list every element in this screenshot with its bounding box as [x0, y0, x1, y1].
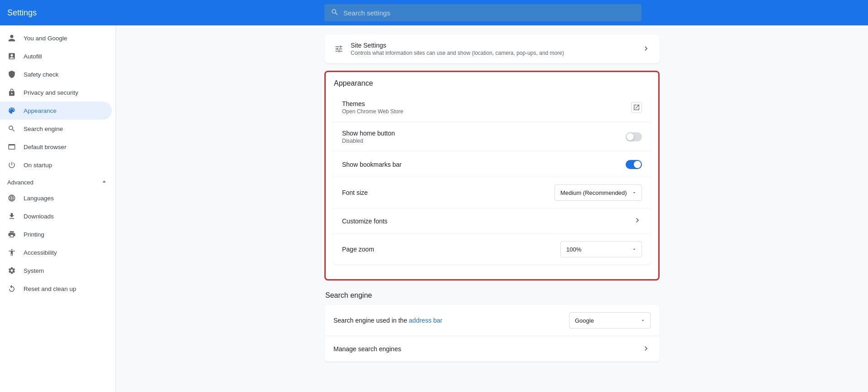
search-engine-used-row: Search engine used in the address bar Go…	[324, 305, 660, 336]
search-input[interactable]	[343, 9, 635, 17]
sidebar-label-accessibility: Accessibility	[24, 249, 105, 256]
download-icon	[7, 212, 16, 221]
toggle-thumb	[627, 133, 634, 140]
search-engine-prefix: Search engine used in the	[333, 317, 407, 324]
show-bookmarks-bar-text: Show bookmarks bar	[342, 161, 626, 168]
show-home-button-text: Show home button Disabled	[342, 130, 626, 144]
sidebar-label-downloads: Downloads	[24, 213, 105, 220]
appearance-section-title: Appearance	[333, 79, 651, 87]
page-zoom-text: Page zoom	[342, 246, 560, 253]
search-engine-section-title: Search engine	[324, 291, 660, 300]
page-zoom-title: Page zoom	[342, 246, 560, 253]
show-home-button-title: Show home button	[342, 130, 626, 137]
sidebar-item-system[interactable]: System	[0, 261, 112, 280]
font-size-text: Font size	[342, 189, 555, 196]
show-bookmarks-bar-control	[626, 160, 642, 169]
sidebar-label-system: System	[24, 267, 105, 274]
font-size-dropdown[interactable]: Very small Small Medium (Recommended) La…	[555, 184, 642, 201]
toggle-thumb-2	[634, 161, 641, 168]
topbar-title: Settings	[7, 8, 98, 18]
sidebar-item-downloads[interactable]: Downloads	[0, 207, 112, 225]
sidebar: You and Google Autofill Safety check Pri…	[0, 25, 116, 392]
autofill-icon	[7, 52, 16, 61]
search-engine-used-title: Search engine used in the address bar	[333, 317, 569, 324]
system-icon	[7, 266, 16, 275]
themes-text: Themes Open Chrome Web Store	[342, 100, 631, 115]
page-zoom-row: Page zoom 75% 80% 90% 100% 110% 125% 150…	[333, 234, 651, 265]
sidebar-item-on-startup[interactable]: On startup	[0, 156, 112, 174]
show-bookmarks-bar-toggle[interactable]	[626, 160, 642, 169]
site-settings-row[interactable]: Site Settings Controls what information …	[324, 34, 660, 63]
advanced-label: Advanced	[7, 179, 34, 186]
sidebar-item-search-engine[interactable]: Search engine	[0, 120, 112, 138]
search-icon	[7, 124, 16, 133]
power-icon	[7, 160, 16, 169]
appearance-card: Themes Open Chrome Web Store Show home	[333, 93, 651, 265]
lock-icon	[7, 88, 16, 97]
site-settings-title: Site Settings	[351, 42, 635, 49]
external-link-icon[interactable]	[631, 102, 642, 113]
page-zoom-control: 75% 80% 90% 100% 110% 125% 150% 175% 200…	[560, 241, 642, 257]
browser-icon	[7, 142, 16, 151]
main-content: Site Settings Controls what information …	[116, 25, 868, 392]
sidebar-item-appearance[interactable]: Appearance	[0, 102, 112, 120]
show-bookmarks-bar-title: Show bookmarks bar	[342, 161, 626, 168]
manage-search-engines-control	[641, 344, 651, 354]
site-settings-card: Site Settings Controls what information …	[324, 34, 660, 63]
sidebar-label-languages: Languages	[24, 195, 105, 202]
sidebar-label-default-browser: Default browser	[24, 144, 105, 150]
sidebar-label-privacy-security: Privacy and security	[24, 89, 105, 96]
sidebar-item-you-and-google[interactable]: You and Google	[0, 29, 112, 47]
sidebar-label-safety-check: Safety check	[24, 71, 105, 78]
sidebar-item-accessibility[interactable]: Accessibility	[0, 243, 112, 261]
topbar: Settings	[0, 0, 868, 25]
themes-control	[631, 102, 642, 113]
content-wrapper: Site Settings Controls what information …	[315, 25, 669, 378]
search-engine-section: Search engine Search engine used in the …	[324, 291, 660, 362]
site-settings-text: Site Settings Controls what information …	[351, 42, 635, 56]
sidebar-item-reset-clean[interactable]: Reset and clean up	[0, 280, 112, 298]
manage-search-engines-title: Manage search engines	[333, 345, 641, 353]
appearance-section-highlighted: Appearance Themes Open Chrome Web Store	[324, 71, 660, 281]
manage-search-engines-text: Manage search engines	[333, 345, 641, 353]
customize-fonts-text: Customize fonts	[342, 218, 633, 225]
sidebar-label-reset-clean: Reset and clean up	[24, 286, 105, 292]
sidebar-item-printing[interactable]: Printing	[0, 225, 112, 243]
search-engine-dropdown[interactable]: Google Bing Yahoo DuckDuckGo	[569, 312, 651, 329]
layout: You and Google Autofill Safety check Pri…	[0, 25, 868, 392]
page-zoom-dropdown[interactable]: 75% 80% 90% 100% 110% 125% 150% 175% 200…	[560, 241, 642, 257]
chevron-up-icon	[100, 178, 108, 187]
sidebar-item-privacy-security[interactable]: Privacy and security	[0, 83, 112, 102]
search-engine-used-text: Search engine used in the address bar	[333, 317, 569, 324]
customize-fonts-row[interactable]: Customize fonts	[333, 208, 651, 234]
site-settings-icon	[333, 44, 344, 54]
font-size-title: Font size	[342, 189, 555, 196]
manage-search-engines-chevron-icon	[641, 344, 651, 354]
show-home-button-toggle[interactable]	[626, 132, 642, 141]
sidebar-label-autofill: Autofill	[24, 53, 105, 60]
sidebar-item-safety-check[interactable]: Safety check	[0, 65, 112, 83]
sidebar-item-languages[interactable]: Languages	[0, 189, 112, 207]
reset-icon	[7, 284, 16, 293]
themes-row[interactable]: Themes Open Chrome Web Store	[333, 93, 651, 122]
sidebar-item-default-browser[interactable]: Default browser	[0, 138, 112, 156]
address-bar-link[interactable]: address bar	[409, 317, 443, 324]
advanced-section-header[interactable]: Advanced	[0, 174, 116, 189]
search-bar	[324, 4, 641, 21]
search-icon	[331, 8, 339, 18]
font-size-control: Very small Small Medium (Recommended) La…	[555, 184, 642, 201]
manage-search-engines-row[interactable]: Manage search engines	[324, 336, 660, 362]
font-size-row: Font size Very small Small Medium (Recom…	[333, 177, 651, 208]
globe-icon	[7, 194, 16, 203]
site-settings-chevron-icon	[641, 44, 651, 54]
accessibility-icon	[7, 248, 16, 257]
sidebar-item-autofill[interactable]: Autofill	[0, 47, 112, 65]
customize-fonts-title: Customize fonts	[342, 218, 633, 225]
sidebar-label-appearance: Appearance	[24, 107, 105, 114]
sidebar-label-printing: Printing	[24, 231, 105, 238]
search-engine-used-control: Google Bing Yahoo DuckDuckGo	[569, 312, 651, 329]
print-icon	[7, 230, 16, 239]
search-engine-card: Search engine used in the address bar Go…	[324, 305, 660, 362]
show-bookmarks-bar-row[interactable]: Show bookmarks bar	[333, 152, 651, 177]
show-home-button-row[interactable]: Show home button Disabled	[333, 122, 651, 152]
